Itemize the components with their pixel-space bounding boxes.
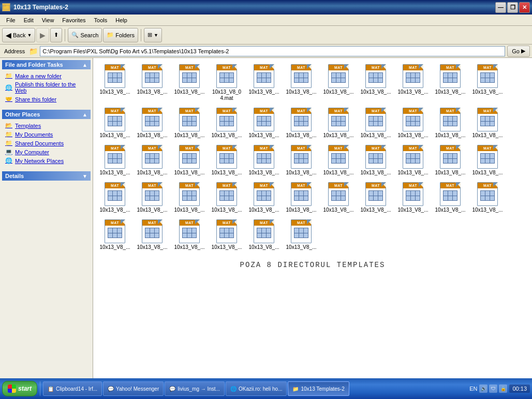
file-item[interactable]: MAT 10x13_V8_... xyxy=(246,143,282,178)
menu-view[interactable]: View xyxy=(38,16,58,24)
file-item[interactable]: MAT 10x13_V8_... xyxy=(97,62,132,104)
file-item[interactable]: MAT 10x13_V8_... xyxy=(395,62,431,104)
file-item[interactable]: MAT 10x13_V8_... xyxy=(433,143,468,178)
file-item[interactable]: MAT 10x13_V8_... xyxy=(135,106,170,141)
file-item[interactable]: MAT 10x13_V8_... xyxy=(470,180,505,215)
file-item[interactable]: MAT 10x13_V8_... xyxy=(470,62,505,104)
file-icon-header: MAT xyxy=(105,65,125,70)
file-item[interactable]: MAT 10x13_V8_... xyxy=(358,180,393,215)
file-item[interactable]: MAT 10x13_V8_... xyxy=(172,106,207,141)
file-item[interactable]: MAT 10x13_V8_... xyxy=(246,106,282,141)
file-item[interactable]: MAT 10x13_V8_... xyxy=(97,180,132,215)
grid-cell xyxy=(262,191,266,196)
file-item[interactable]: MAT 10x13_V8_... xyxy=(135,180,170,215)
file-item[interactable]: MAT 10x13_V8_... xyxy=(358,106,393,141)
grid-cell xyxy=(481,73,485,78)
menu-help[interactable]: Help xyxy=(111,16,131,24)
publish-folder-link[interactable]: 🌐 Publish this folder to the Web xyxy=(2,80,91,95)
file-item[interactable]: MAT 10x13_V8_... xyxy=(246,180,282,215)
file-item[interactable]: MAT 10x13_V8_04.mat xyxy=(209,62,244,104)
menu-tools[interactable]: Tools xyxy=(90,16,112,24)
file-item[interactable]: MAT 10x13_V8_... xyxy=(172,180,207,215)
grid-cell xyxy=(406,122,410,126)
file-item[interactable]: MAT 10x13_V8_... xyxy=(97,143,132,178)
file-item[interactable]: MAT 10x13_V8_... xyxy=(395,106,431,141)
file-item[interactable]: MAT 10x13_V8_... xyxy=(209,180,244,215)
grid-cell xyxy=(108,122,112,126)
minimize-button[interactable]: — xyxy=(495,2,506,13)
grid-cell xyxy=(369,73,373,78)
file-item[interactable]: MAT 10x13_V8_... xyxy=(97,217,132,253)
file-item[interactable]: MAT 10x13_V8_... xyxy=(172,217,207,253)
file-item[interactable]: MAT 10x13_V8_... xyxy=(172,143,207,178)
grid-cell xyxy=(481,116,485,121)
views-button[interactable]: ⊞ ▼ xyxy=(144,28,162,42)
folders-button[interactable]: 📁 Folders xyxy=(103,28,138,42)
my-documents-link[interactable]: 📁 My Documents xyxy=(2,130,91,139)
back-button[interactable]: ◀ Back ▼ xyxy=(2,28,35,42)
file-item[interactable]: MAT 10x13_V8_... xyxy=(284,143,319,178)
file-item[interactable]: MAT 10x13_V8_... xyxy=(321,180,356,215)
taskbar-clipboard[interactable]: 📋 Clipboard14 - Irf... xyxy=(43,381,102,396)
file-item[interactable]: MAT 10x13_V8_... xyxy=(97,106,132,141)
mat-grid xyxy=(108,190,122,201)
file-folder-tasks-header[interactable]: File and Folder Tasks ▲ xyxy=(2,60,91,69)
details-header[interactable]: Details ▼ xyxy=(2,171,91,181)
file-item[interactable]: MAT 10x13_V8_... xyxy=(470,106,505,141)
menu-bar: File Edit View Favorites Tools Help xyxy=(0,14,532,26)
grid-cell xyxy=(490,159,494,164)
file-item[interactable]: MAT 10x13_V8_... xyxy=(209,217,244,253)
file-item[interactable]: MAT 10x13_V8_... xyxy=(395,143,431,178)
templates-link[interactable]: 📂 Templates xyxy=(2,121,91,130)
close-button[interactable]: ✕ xyxy=(519,2,530,13)
file-item[interactable]: MAT 10x13_V8_... xyxy=(470,143,505,178)
share-folder-link[interactable]: 🤝 Share this folder xyxy=(2,95,91,104)
file-item[interactable]: MAT 10x13_V8_... xyxy=(395,180,431,215)
my-computer-link[interactable]: 💻 My Computer xyxy=(2,147,91,156)
up-button[interactable]: ⬆ xyxy=(50,28,62,42)
file-item[interactable]: MAT 10x13_V8_... xyxy=(284,180,319,215)
file-item[interactable]: MAT 10x13_V8_... xyxy=(433,180,468,215)
file-item[interactable]: MAT 10x13_V8_... xyxy=(135,62,170,104)
mat-label: MAT xyxy=(223,66,231,69)
address-input[interactable] xyxy=(40,46,505,56)
file-item[interactable]: MAT 10x13_V8_... xyxy=(358,143,393,178)
file-item[interactable]: MAT 10x13_V8_... xyxy=(246,62,282,104)
file-item[interactable]: MAT 10x13_V8_... xyxy=(433,62,468,104)
file-icon-header: MAT xyxy=(478,183,497,188)
taskbar-yahoo[interactable]: 💬 Yahoo! Messenger xyxy=(103,381,164,396)
file-item[interactable]: MAT 10x13_V8_... xyxy=(209,106,244,141)
file-item[interactable]: MAT 10x13_V8_... xyxy=(433,106,468,141)
file-name: 10x13_V8_... xyxy=(361,132,391,139)
file-item[interactable]: MAT 10x13_V8_... xyxy=(284,62,319,104)
my-network-places-link[interactable]: 🌐 My Network Places xyxy=(2,156,91,165)
file-item[interactable]: MAT 10x13_V8_... xyxy=(321,106,356,141)
search-button[interactable]: 🔍 Search xyxy=(68,28,102,42)
shared-documents-link[interactable]: 📁 Shared Documents xyxy=(2,139,91,147)
file-item[interactable]: MAT 10x13_V8_... xyxy=(135,143,170,178)
file-icon-header: MAT xyxy=(142,183,162,188)
file-item[interactable]: MAT 10x13_V8_... xyxy=(284,106,319,141)
grid-cell xyxy=(304,191,308,196)
other-places-header[interactable]: Other Places ▲ xyxy=(2,110,91,119)
menu-edit[interactable]: Edit xyxy=(20,16,38,24)
file-item[interactable]: MAT 10x13_V8_... xyxy=(209,143,244,178)
file-item[interactable]: MAT 10x13_V8_... xyxy=(321,62,356,104)
file-item[interactable]: MAT 10x13_V8_... xyxy=(321,143,356,178)
file-item[interactable]: MAT 10x13_V8_... xyxy=(172,62,207,104)
file-item[interactable]: MAT 10x13_V8_... xyxy=(284,217,319,253)
taskbar-browser[interactable]: 🌐 OKazii.ro: heli ho... xyxy=(226,381,287,396)
file-item[interactable]: MAT 10x13_V8_... xyxy=(358,62,393,104)
menu-file[interactable]: File xyxy=(2,16,20,24)
taskbar-messenger[interactable]: 💬 livius_mg → Inst... xyxy=(165,381,225,396)
make-new-folder-link[interactable]: 📁 Make a new folder xyxy=(2,71,91,80)
menu-favorites[interactable]: Favorites xyxy=(58,16,90,24)
file-item[interactable]: MAT 10x13_V8_... xyxy=(135,217,170,253)
restore-button[interactable]: ❐ xyxy=(507,2,518,13)
go-button[interactable]: Go ▶ xyxy=(507,46,530,57)
grid-cell xyxy=(257,228,261,233)
start-button[interactable]: start xyxy=(2,381,37,396)
taskbar-templates[interactable]: 📁 10x13 Templates-2 xyxy=(288,381,349,396)
forward-button[interactable]: ▶ xyxy=(36,28,49,42)
file-item[interactable]: MAT 10x13_V8_... xyxy=(246,217,282,253)
